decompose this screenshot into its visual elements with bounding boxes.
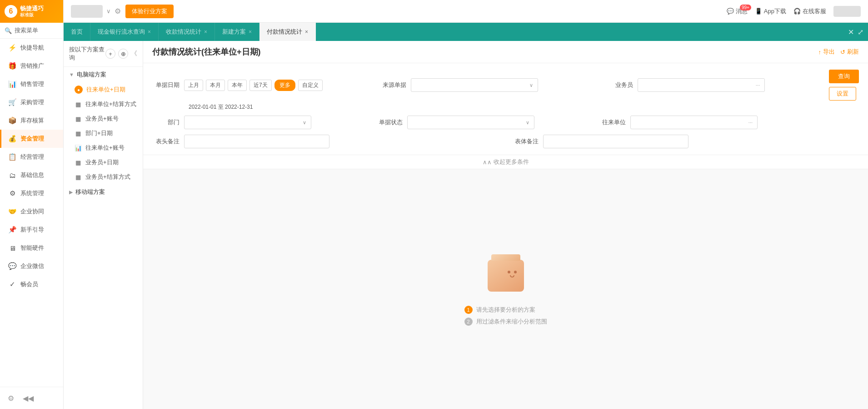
scheme-item-salesman-date[interactable]: ▦ 业务员+日期 xyxy=(64,155,143,170)
sidebar-item-purchase[interactable]: 🛒 采购管理 xyxy=(0,93,63,111)
scheme-item-dept-date[interactable]: ▦ 部门+日期 xyxy=(64,126,143,141)
sidebar-item-system[interactable]: ⚙ 系统管理 xyxy=(0,184,63,202)
voucher-status-select[interactable]: ∨ xyxy=(407,116,534,129)
scheme-item-label: 业务员+账号 xyxy=(85,115,119,123)
dept-select[interactable]: ∨ xyxy=(184,116,311,129)
source-voucher-arrow-icon: ∨ xyxy=(529,82,533,88)
date-btn-more[interactable]: 更多 xyxy=(274,80,295,91)
sidebar-item-member[interactable]: ✓ 畅会员 xyxy=(0,275,63,293)
sidebar-item-cooperation[interactable]: 🤝 企业协同 xyxy=(0,202,63,221)
desktop-group-header[interactable]: ▼ 电脑端方案 xyxy=(64,67,143,82)
tab-home[interactable]: 首页 xyxy=(64,23,90,41)
scheme-header-actions: + ⊕ 《 xyxy=(105,49,137,59)
notifications-btn[interactable]: 💬 消息 99+ xyxy=(727,7,748,15)
scheme-item-unit-date[interactable]: ● 往来单位+日期 xyxy=(64,82,143,97)
sidebar-item-smart-hw[interactable]: 🖥 智能硬件 xyxy=(0,239,63,257)
empty-face-graphic xyxy=(508,271,517,278)
app-download-btn[interactable]: 📱 App下载 xyxy=(755,7,786,15)
header-note-input[interactable] xyxy=(184,135,329,148)
tab-payment-stats-label: 付款情况统计 xyxy=(267,28,302,36)
sidebar-item-wechat[interactable]: 💬 企业微信 xyxy=(0,257,63,275)
tab-cash-bank-close-icon[interactable]: × xyxy=(148,29,151,35)
add-scheme-btn[interactable]: + xyxy=(105,49,115,59)
sidebar-item-guide[interactable]: 📌 新手引导 xyxy=(0,221,63,239)
empty-text-2-label: 用过滤条件来缩小分析范围 xyxy=(476,318,547,326)
filter-row-3: 表头备注 表体备注 xyxy=(152,135,859,148)
company-avatar[interactable] xyxy=(71,5,103,18)
wechat-icon: 💬 xyxy=(8,262,17,271)
mobile-group-arrow-icon: ▶ xyxy=(69,189,73,195)
empty-state-area: 1 请先选择要分析的方案 2 用过滤条件来缩小分析范围 xyxy=(143,169,868,409)
tab-new-scheme[interactable]: 新建方案 × xyxy=(215,23,259,41)
desktop-group-arrow-icon: ▼ xyxy=(69,72,74,77)
filter-col-date: 单据日期 上月 本月 本年 近7天 更多 自定义 xyxy=(152,80,368,91)
sidebar-item-label: 采购管理 xyxy=(20,98,44,106)
date-btn-custom[interactable]: 自定义 xyxy=(298,80,323,91)
sidebar-item-label: 新手引导 xyxy=(20,226,44,234)
partner-arrow-icon: ··· xyxy=(748,120,753,125)
filter-col-source: 来源单据 ∨ xyxy=(379,78,595,92)
sidebar-item-quick-nav[interactable]: ⚡ 快捷导航 xyxy=(0,39,63,57)
collapse-panel-btn[interactable]: 《 xyxy=(131,50,137,58)
sidebar-item-basic-info[interactable]: 🗂 基础信息 xyxy=(0,166,63,184)
trial-btn[interactable]: 体验行业方案 xyxy=(125,5,174,18)
download-icon: 📱 xyxy=(755,8,762,15)
user-avatar[interactable] xyxy=(833,6,861,17)
collapse-sidebar-btn[interactable]: ◀◀ xyxy=(22,392,35,404)
collapse-more-conditions-bar[interactable]: ∧∧ 收起更多条件 xyxy=(143,155,868,169)
date-range-text: 2022-01-01 至 2022-12-31 xyxy=(189,103,253,111)
sidebar-item-marketing[interactable]: 🎁 营销推广 xyxy=(0,57,63,75)
tab-payment-close-icon[interactable]: × xyxy=(305,29,308,35)
logo-icon: 6 xyxy=(5,5,17,18)
salesman-label: 业务员 xyxy=(606,81,638,89)
scheme-item-label: 往来单位+结算方式 xyxy=(85,100,136,108)
scheme-item-salesman-settlement[interactable]: ▦ 业务员+结算方式 xyxy=(64,170,143,184)
scheme-settings-btn[interactable]: ⊕ xyxy=(118,49,128,59)
quick-nav-icon: ⚡ xyxy=(8,43,17,52)
filter-settings-btn[interactable]: 设置 xyxy=(829,87,856,101)
company-chevron-icon[interactable]: ∨ xyxy=(106,8,111,15)
topbar-settings-icon[interactable]: ⚙ xyxy=(115,7,121,15)
scheme-item-label: 部门+日期 xyxy=(85,129,113,137)
scheme-item-unit-account[interactable]: 📊 往来单位+账号 xyxy=(64,141,143,155)
salesman-select[interactable]: ··· xyxy=(638,78,765,92)
refresh-btn[interactable]: ↺ 刷新 xyxy=(840,48,859,56)
app-name: 畅捷通巧 xyxy=(20,5,44,12)
search-icon: 🔍 xyxy=(5,27,12,34)
scheme-item-unit-settlement[interactable]: ▦ 往来单位+结算方式 xyxy=(64,97,143,111)
close-all-tabs-btn[interactable]: ✕ xyxy=(848,28,854,36)
scheme-item-label: 往来单位+日期 xyxy=(86,86,125,94)
date-btn-7days[interactable]: 近7天 xyxy=(249,80,272,91)
desktop-scheme-group: ▼ 电脑端方案 ● 往来单位+日期 ▦ 往来单位+结算方式 ▦ 业务员+账号 ▦ xyxy=(64,67,143,184)
tab-new-scheme-close-icon[interactable]: × xyxy=(249,29,252,35)
tab-cash-bank[interactable]: 现金银行流水查询 × xyxy=(90,23,159,41)
sidebar: 6 畅捷通巧 标准版 🔍 搜索菜单 ⚡ 快捷导航 🎁 营销推广 📊 销售管理 🛒… xyxy=(0,0,64,409)
purchase-icon: 🛒 xyxy=(8,98,17,107)
tab-home-label: 首页 xyxy=(71,28,83,36)
body-note-input[interactable] xyxy=(543,135,688,148)
source-voucher-select[interactable]: ∨ xyxy=(411,78,538,92)
maximize-btn[interactable]: ⤢ xyxy=(858,28,863,36)
partner-select[interactable]: ··· xyxy=(630,116,758,129)
page-header-actions: ↑ 导出 ↺ 刷新 xyxy=(818,48,859,56)
online-service-btn[interactable]: 🎧 在线客服 xyxy=(793,7,826,15)
sidebar-item-inventory[interactable]: 📦 库存核算 xyxy=(0,111,63,130)
filter-col-header-note: 表头备注 xyxy=(152,135,500,148)
scheme-item-salesman-account[interactable]: ▦ 业务员+账号 xyxy=(64,111,143,126)
sidebar-item-capital[interactable]: 💰 资金管理 xyxy=(0,130,63,148)
date-btn-this-month[interactable]: 本月 xyxy=(206,80,225,91)
sidebar-item-sales[interactable]: 📊 销售管理 xyxy=(0,75,63,93)
mobile-scheme-group[interactable]: ▶ 移动端方案 xyxy=(64,184,143,200)
sidebar-item-operations[interactable]: 📋 经营管理 xyxy=(0,148,63,166)
tab-payment-stats[interactable]: 付款情况统计 × xyxy=(259,23,316,41)
mobile-group-label: 移动端方案 xyxy=(75,188,105,196)
sidebar-search[interactable]: 🔍 搜索菜单 xyxy=(0,23,63,39)
query-btn[interactable]: 查询 xyxy=(829,70,859,83)
date-btn-this-year[interactable]: 本年 xyxy=(228,80,247,91)
export-btn[interactable]: ↑ 导出 xyxy=(818,48,835,56)
tab-receipt-stats[interactable]: 收款情况统计 × xyxy=(159,23,215,41)
tab-receipt-close-icon[interactable]: × xyxy=(204,29,207,35)
voucher-date-label: 单据日期 xyxy=(152,81,184,89)
date-btn-last-month[interactable]: 上月 xyxy=(184,80,203,91)
settings-footer-btn[interactable]: ⚙ xyxy=(5,392,17,404)
